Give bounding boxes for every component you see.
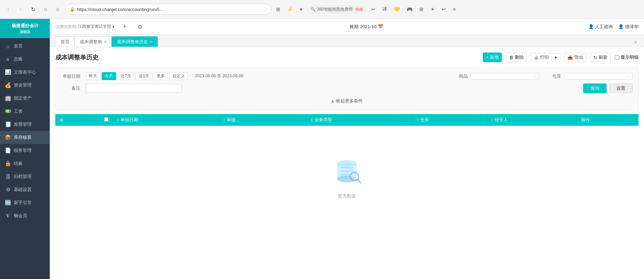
show-cols-checkbox[interactable]: [615, 55, 619, 60]
refresh-label: 刷新: [599, 54, 608, 60]
sidebar-item-label: 基础设置: [14, 187, 32, 193]
sidebar-item-salary[interactable]: 💵 工资: [0, 105, 50, 118]
user-menu[interactable]: 👤 徐泽华: [618, 24, 639, 30]
query-btn[interactable]: 查询: [583, 83, 607, 93]
filter-row-remark: 备注 查询 设置: [61, 83, 633, 93]
star-btn[interactable]: ☆: [53, 4, 63, 14]
goods-selector[interactable]: ···: [471, 73, 539, 79]
refresh-btn-page[interactable]: ↻ 刷新: [590, 53, 611, 62]
warehouse-selector[interactable]: ···: [564, 73, 633, 79]
sidebar-item-close[interactable]: 🔒 结账: [0, 157, 50, 170]
filter-area: 单据日期 昨天 今天 近7天 近1月 更多 自定义 2023-06-06 至 2…: [55, 68, 639, 110]
invoice-icon: 🧾: [5, 121, 11, 127]
lightning-btn[interactable]: ⚡: [285, 5, 295, 13]
page-actions: + 新增 🗑 删除 🖨 打印 ▾ 📤 导出: [483, 53, 639, 62]
th-checkbox[interactable]: [100, 114, 113, 126]
inventory-icon: 📦: [5, 134, 11, 141]
tab-cost-adjust[interactable]: 成本调整单 ×: [75, 36, 112, 47]
search-text: 360智能抠图免费用: [317, 7, 353, 12]
dropdown-btn[interactable]: ▾: [298, 5, 304, 13]
tab-cost-history[interactable]: 成本调整单历史 ×: [112, 36, 158, 47]
date-more-btn[interactable]: 更多: [154, 72, 168, 80]
calendar-icon[interactable]: 📅: [378, 24, 383, 29]
add-tab-btn[interactable]: +: [120, 22, 129, 32]
print-dropdown-btn[interactable]: ▾: [552, 53, 560, 62]
sidebar-item-guide[interactable]: 🆕 新手引导: [0, 196, 50, 209]
sidebar-item-home[interactable]: ⌂ 首页: [0, 40, 50, 53]
search-bar[interactable]: 🔍 360智能抠图免费用 热搜: [307, 5, 366, 14]
theme-btn[interactable]: ☀: [428, 5, 437, 13]
print-btn[interactable]: 🖨 打印: [531, 53, 552, 62]
collapse-btn[interactable]: ∧ 收起更多条件: [327, 97, 367, 105]
tab-cost-history-close[interactable]: ×: [150, 40, 152, 44]
cut-btn[interactable]: ✂: [369, 5, 377, 13]
wallet-btn[interactable]: 💛: [392, 5, 402, 13]
sidebar-item-inventory[interactable]: 📦 库存核算: [0, 131, 50, 144]
config-btn[interactable]: 设置: [609, 83, 633, 93]
th-gear[interactable]: ⚙: [55, 114, 100, 126]
sidebar-item-archive[interactable]: 🗄 归档管理: [0, 170, 50, 183]
address-bar[interactable]: 🔒 https://cloud.chanjet.com/accounting/u…: [65, 4, 271, 15]
sidebar-item-label: 税务管理: [14, 147, 32, 154]
org-selector[interactable]: (勿删勿禁用) 江西服宝测试专用 ▾: [55, 24, 114, 30]
date-7days-btn[interactable]: 近7天: [117, 72, 134, 80]
select-all-checkbox[interactable]: [104, 117, 109, 122]
translate-btn[interactable]: 译: [380, 5, 389, 14]
sidebar-item-label: 发票管理: [14, 121, 32, 127]
date-1month-btn[interactable]: 近1月: [136, 72, 152, 80]
remark-input[interactable]: [86, 84, 182, 93]
tab-cost-adjust-close[interactable]: ×: [104, 40, 106, 44]
extension-btn[interactable]: ⊞: [274, 5, 282, 13]
hot-label: 热搜: [355, 7, 363, 12]
empty-icon: [330, 153, 364, 188]
date-today-btn[interactable]: 今天: [102, 72, 116, 80]
logo-sub: 旗舰版: [20, 30, 30, 34]
export-btn[interactable]: 📤 导出: [564, 53, 586, 62]
forward-btn[interactable]: ›: [16, 4, 25, 14]
sidebar-item-fund[interactable]: 💰 资金管理: [0, 79, 50, 92]
refresh-icon: ↻: [594, 55, 597, 60]
sidebar-item-report[interactable]: 📊 云报表中心: [0, 66, 50, 79]
ssl-icon: 🔒: [70, 7, 75, 12]
delete-btn[interactable]: 🗑 删除: [506, 53, 527, 62]
top-bar: (勿删勿禁用) 江西服宝测试专用 ▾ + ⚙ 账期 2021-10 📅 👤 人工…: [50, 19, 644, 35]
app-container: 畅捷通好会计 旗舰版 ⌂ 首页 ≡ 总账 📊 云报表中心 💰 资金管理 🏢: [0, 19, 644, 279]
sidebar-item-fixed[interactable]: 🏢 固定资产: [0, 92, 50, 105]
salary-icon: 💵: [5, 108, 11, 114]
tab-cost-adjust-label: 成本调整单: [80, 39, 102, 45]
window-close-btn[interactable]: ×: [633, 38, 639, 47]
game-btn[interactable]: 🎮: [405, 5, 415, 13]
th-warehouse[interactable]: ↕ 仓库: [413, 114, 487, 126]
date-yesterday-btn[interactable]: 昨天: [86, 72, 100, 80]
report-icon: 📊: [5, 69, 11, 75]
help-label: 人工咨询: [595, 24, 613, 30]
th-date[interactable]: ↕ 单据日期: [113, 114, 219, 126]
sidebar-item-label: 总账: [14, 56, 23, 62]
new-btn[interactable]: + 新增: [483, 53, 502, 62]
sidebar-item-label: 新手引导: [14, 200, 32, 206]
table-header-row: ⚙ ↕ 单据日期 ↕ 单据... ↕ 业务类型 ↕ 仓库: [55, 114, 639, 126]
settings-gear-btn[interactable]: ⚙: [135, 22, 145, 32]
th-num[interactable]: ↕ 单据...: [219, 114, 306, 126]
help-btn[interactable]: 👤 人工咨询: [588, 24, 613, 30]
th-biz-type[interactable]: ↕ 业务类型: [306, 114, 413, 126]
sidebar-item-invoice[interactable]: 🧾 发票管理: [0, 118, 50, 131]
refresh-btn[interactable]: ↻: [28, 4, 38, 14]
tab-home[interactable]: 首页: [55, 36, 75, 47]
grid-btn[interactable]: ⊞: [417, 5, 426, 13]
sidebar-item-settings[interactable]: ⚙ 基础设置: [0, 183, 50, 196]
th-operator[interactable]: ↕ 经手人: [487, 114, 577, 126]
sidebar-item-member[interactable]: V 畅会员: [0, 209, 50, 222]
sidebar-item-label: 工资: [14, 108, 23, 114]
data-table: ⚙ ↕ 单据日期 ↕ 单据... ↕ 业务类型 ↕ 仓库: [55, 114, 639, 126]
back-btn[interactable]: ‹: [3, 4, 13, 14]
undo-btn[interactable]: ↩: [440, 5, 448, 13]
menu-btn[interactable]: ≡: [451, 5, 457, 13]
sidebar-item-ledger[interactable]: ≡ 总账: [0, 53, 50, 66]
home-btn[interactable]: ⌂: [41, 4, 50, 14]
show-cols-check[interactable]: 显示明细: [615, 54, 639, 60]
sidebar-item-tax[interactable]: 📑 税务管理: [0, 144, 50, 157]
th-ops-label: 操作: [581, 117, 590, 122]
org-name: 江西服宝测试专用: [78, 24, 111, 30]
date-custom-btn[interactable]: 自定义: [169, 72, 188, 80]
